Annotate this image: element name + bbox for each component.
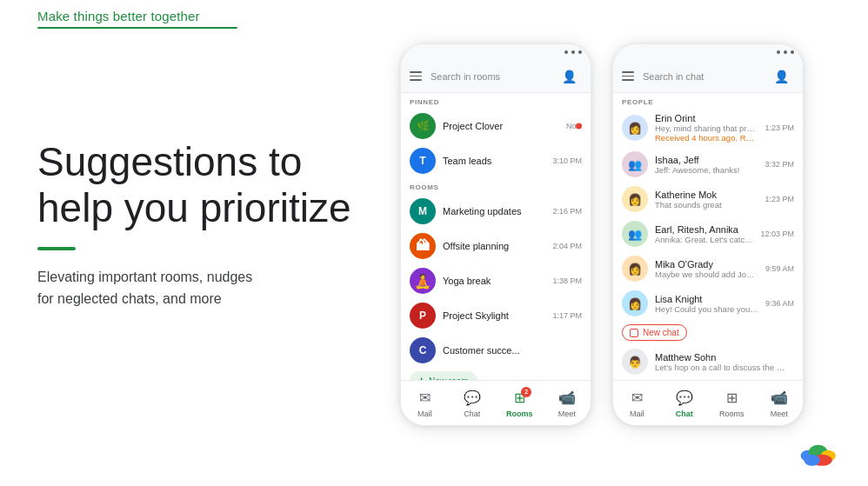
item-name: Team leads <box>443 156 545 166</box>
list-item[interactable]: 👩 Erin Orint Hey, mind sharing that pres… <box>613 109 803 147</box>
unread-dot <box>576 123 582 130</box>
meet-icon-wrap: 📹 <box>767 389 791 408</box>
nav-meet-label: Meet <box>558 409 576 418</box>
item-name: Earl, Ritesh, Annika <box>655 224 753 235</box>
list-item[interactable]: 👩 Mika O'Grady Maybe we should add Jocel… <box>613 251 803 286</box>
nav-meet-label: Meet <box>771 409 788 418</box>
google-logo <box>797 432 842 469</box>
tagline-line <box>37 27 237 29</box>
list-item[interactable]: C Customer succe... <box>401 333 591 368</box>
chat-scroll[interactable]: PEOPLE 👩 Erin Orint Hey, mind sharing th… <box>613 93 803 382</box>
list-item[interactable]: T Team leads 3:10 PM <box>401 143 591 178</box>
list-item[interactable]: 🌿 Project Clover Now <box>401 109 591 143</box>
phone-status-left <box>401 44 591 60</box>
signal-icon <box>564 50 568 54</box>
list-item[interactable]: P Project Skylight 1:17 PM <box>401 298 591 333</box>
battery-icon <box>791 50 794 54</box>
item-content: Offsite planning <box>443 241 545 251</box>
nav-meet[interactable]: 📹 Meet <box>756 389 804 418</box>
item-preview: That sounds great <box>655 200 758 210</box>
item-content: Yoga break <box>443 276 545 286</box>
nav-rooms[interactable]: ⊞ 2 Rooms <box>496 389 544 418</box>
item-name: Offsite planning <box>443 241 545 251</box>
item-avatar: 🏔 <box>410 233 436 259</box>
rooms-scroll[interactable]: PINNED 🌿 Project Clover Now T Team leads… <box>401 93 591 382</box>
pinned-label: PINNED <box>401 93 591 109</box>
mail-icon: ✉ <box>631 389 643 406</box>
item-avatar: 👥 <box>622 221 648 247</box>
nav-mail[interactable]: ✉ Mail <box>401 389 449 418</box>
chat-search-text: Search in chat <box>643 71 759 82</box>
item-avatar: 👩 <box>622 186 648 212</box>
item-time: 1:17 PM <box>552 311 582 320</box>
item-name: Customer succe... <box>443 345 575 356</box>
nav-rooms-label: Rooms <box>506 409 533 418</box>
tagline-text: Make things better together <box>37 9 237 23</box>
item-name: Lisa Knight <box>655 294 758 304</box>
sub-text: Elevating important rooms, nudgesfor neg… <box>37 266 368 310</box>
chat-icon: 💬 <box>464 389 481 406</box>
phone-status-right <box>613 44 803 60</box>
item-name: Project Skylight <box>443 310 545 321</box>
item-avatar: T <box>410 148 436 174</box>
user-avatar-right[interactable]: 👤 <box>768 63 794 90</box>
rooms-search-text: Search in rooms <box>431 71 547 82</box>
nav-chat-label: Chat <box>464 409 480 418</box>
chat-search-bar[interactable]: Search in chat 👤 <box>613 60 803 93</box>
left-content: Suggestions to help you prioritize Eleva… <box>37 139 368 310</box>
battery-icon <box>578 50 582 54</box>
rooms-icon-wrap: ⊞ <box>719 389 744 408</box>
item-content: Project Clover <box>443 121 559 131</box>
item-content: Marketing updates <box>443 206 545 216</box>
item-preview: Jeff: Awesome, thanks! <box>655 165 758 175</box>
list-item[interactable]: 👩 Katherine Mok That sounds great 1:23 P… <box>613 182 803 216</box>
phones-container: Search in rooms 👤 PINNED 🌿 Project Clove… <box>400 43 804 426</box>
item-time: 3:32 PM <box>765 160 794 169</box>
phone-chat: Search in chat 👤 PEOPLE 👩 Erin Orint Hey… <box>612 43 804 426</box>
item-avatar: 👨 <box>622 349 648 375</box>
wifi-icon <box>784 50 787 54</box>
list-item[interactable]: 🧘 Yoga break 1:38 PM <box>401 263 591 298</box>
nav-mail-label: Mail <box>630 409 644 418</box>
chat-icon <box>630 329 638 337</box>
nav-rooms[interactable]: ⊞ Rooms <box>708 389 756 418</box>
signal-icon <box>777 50 780 54</box>
list-item[interactable]: 🏔 Offsite planning 2:04 PM <box>401 229 591 263</box>
item-time: 3:10 PM <box>552 156 582 165</box>
item-content: Project Skylight <box>443 310 545 321</box>
menu-icon[interactable] <box>622 71 634 81</box>
meet-icon-wrap: 📹 <box>555 389 579 408</box>
nav-chat[interactable]: 💬 Chat <box>661 389 709 418</box>
list-item[interactable]: M Marketing updates 2:16 PM <box>401 194 591 229</box>
people-label: PEOPLE <box>613 93 803 109</box>
phone-nav-left: ✉ Mail 💬 Chat ⊞ 2 Rooms 📹 <box>401 380 591 425</box>
list-item[interactable]: 👥 Earl, Ritesh, Annika Annika: Great. Le… <box>613 216 803 251</box>
item-name: Mika O'Grady <box>655 259 758 270</box>
nav-rooms-label: Rooms <box>719 409 744 418</box>
list-item[interactable]: 👩 Lisa Knight Hey! Could you share your … <box>613 286 803 321</box>
nav-mail[interactable]: ✉ Mail <box>613 389 661 418</box>
item-avatar: 👩 <box>622 115 648 141</box>
item-content: Team leads <box>443 156 545 166</box>
nav-meet[interactable]: 📹 Meet <box>544 389 591 418</box>
menu-icon[interactable] <box>410 71 422 81</box>
main-heading: Suggestions to help you prioritize <box>37 139 368 231</box>
item-time: 12:03 PM <box>760 230 794 238</box>
wifi-icon <box>571 50 575 54</box>
item-preview: Hey, mind sharing that presentation? <box>655 123 758 133</box>
item-avatar: P <box>410 303 436 329</box>
item-avatar: 👩 <box>622 256 648 282</box>
mail-icon-wrap: ✉ <box>624 389 649 408</box>
user-avatar-left[interactable]: 👤 <box>556 63 582 90</box>
list-item[interactable]: 👨 Matthew Sohn Let's hop on a call to di… <box>613 344 803 379</box>
item-avatar: M <box>410 198 436 224</box>
nav-chat[interactable]: 💬 Chat <box>449 389 497 418</box>
rooms-search-bar[interactable]: Search in rooms 👤 <box>401 60 591 93</box>
item-name: Project Clover <box>443 121 559 131</box>
item-avatar: 🌿 <box>410 113 436 139</box>
meet-icon: 📹 <box>771 389 788 406</box>
list-item[interactable]: 👥 Ishaa, Jeff Jeff: Awesome, thanks! 3:3… <box>613 147 803 182</box>
phone-rooms: Search in rooms 👤 PINNED 🌿 Project Clove… <box>400 43 591 426</box>
new-chat-label: New chat <box>643 328 679 337</box>
new-chat-button[interactable]: New chat <box>622 324 687 341</box>
